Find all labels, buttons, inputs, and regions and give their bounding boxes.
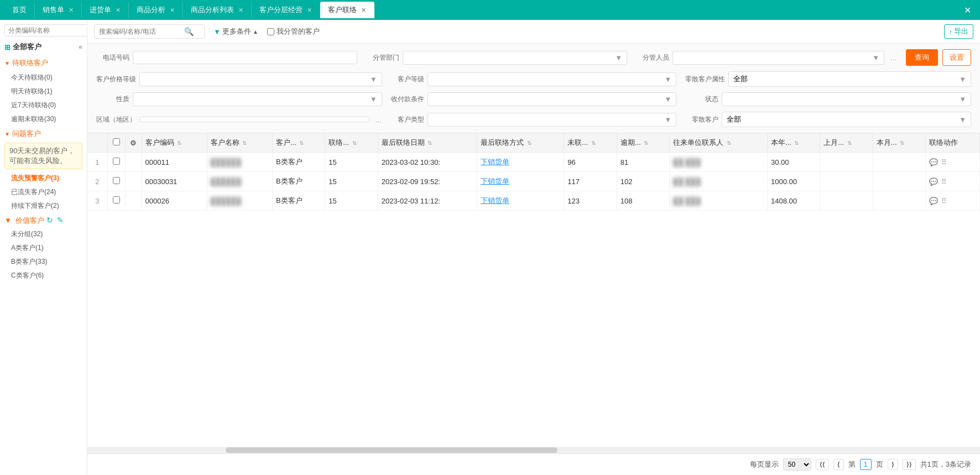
col-check[interactable] <box>107 133 125 153</box>
chat-icon[interactable]: 💬 <box>929 178 938 186</box>
tab-home[interactable]: 首页 <box>4 2 35 18</box>
sidebar-item-declining[interactable]: 持续下滑客户(2) <box>0 199 87 213</box>
zero-attr-arrow: ▼ <box>959 75 966 83</box>
price-tier-select[interactable]: ▼ <box>139 72 382 86</box>
export-btn[interactable]: ↑ 导出 <box>944 24 974 39</box>
tab-analysis-list-close[interactable]: ✕ <box>238 7 243 14</box>
filter-search-icon[interactable]: 🔍 <box>184 27 194 36</box>
col-unit-contact[interactable]: 往来单位联系人 ⇅ <box>670 133 768 153</box>
prev-page-btn[interactable]: ⟨ <box>833 459 844 470</box>
edit-icon[interactable]: ✎ <box>57 216 64 225</box>
dept-select[interactable]: ▼ <box>403 51 627 65</box>
last-page-btn[interactable]: ⟩⟩ <box>903 459 916 470</box>
col-contact[interactable]: 联络... ⇅ <box>325 133 378 153</box>
chat-icon[interactable]: 💬 <box>929 158 938 166</box>
sidebar-group-value-label: 价值客户 <box>15 216 44 225</box>
cell-last-method[interactable]: 下销货单 <box>477 191 564 211</box>
refresh-icon[interactable]: ↻ <box>46 216 53 225</box>
col-last-method[interactable]: 最后联络方式 ⇅ <box>477 133 564 153</box>
cell-last-method[interactable]: 下销货单 <box>477 153 564 172</box>
cell-empty <box>125 191 142 211</box>
tab-analysis[interactable]: 商品分析 ✕ <box>129 2 183 18</box>
arrow-down-icon3: ▼ <box>4 216 12 225</box>
cell-check[interactable] <box>107 172 125 191</box>
manager-select[interactable]: ▼ <box>673 51 884 65</box>
col-last-month[interactable]: 上月... ⇅ <box>820 133 873 153</box>
status-select[interactable]: ▼ <box>722 92 971 106</box>
setting-btn[interactable]: 设置 <box>942 49 971 66</box>
sidebar-item-churn-warning[interactable]: 流失预警客户(3) <box>0 171 87 185</box>
gender-select[interactable]: ▼ <box>133 92 382 106</box>
select-all-checkbox[interactable] <box>113 138 120 145</box>
region-more-icon[interactable]: … <box>375 116 382 124</box>
sidebar-item-churned[interactable]: 已流失客户(24) <box>0 185 87 199</box>
tab-sales-close[interactable]: ✕ <box>69 7 74 14</box>
sidebar-item-tomorrow[interactable]: 明天待联络(1) <box>0 85 87 98</box>
tab-customer-contact[interactable]: 客户联络 ✕ <box>320 2 374 18</box>
next-page-btn[interactable]: ⟩ <box>888 459 898 470</box>
tab-analysis-list[interactable]: 商品分析列表 ✕ <box>183 2 252 18</box>
more-conditions-btn[interactable]: ▼ 更多条件 ▲ <box>209 24 263 39</box>
sidebar-group-problem[interactable]: ▼ 问题客户 <box>0 126 87 142</box>
sidebar-group-pending[interactable]: ▼ 待联络客户 <box>0 55 87 71</box>
filter-search-input[interactable] <box>99 28 182 35</box>
more-icon[interactable]: ⠿ <box>941 158 947 166</box>
manager-more-icon[interactable]: … <box>890 54 897 62</box>
tab-bar-close-all[interactable]: ✕ <box>960 5 976 15</box>
tab-analysis-close[interactable]: ✕ <box>170 7 175 14</box>
col-name[interactable]: 客户名称 ⇅ <box>207 133 272 153</box>
tab-customer-tier[interactable]: 客户分层经营 ✕ <box>252 2 320 18</box>
scrollbar-thumb[interactable] <box>226 447 557 453</box>
col-this-month[interactable]: 本月... ⇅ <box>873 133 925 153</box>
col-type[interactable]: 客户... ⇅ <box>272 133 325 153</box>
cell-code: 000026 <box>142 191 207 211</box>
region-select[interactable] <box>139 117 369 122</box>
sidebar-item-class-b[interactable]: B类客户(33) <box>0 255 87 269</box>
cell-code: 000011 <box>142 153 207 172</box>
cell-check[interactable] <box>107 153 125 172</box>
more-icon[interactable]: ⠿ <box>941 178 947 186</box>
cell-last-date: 2023-02-03 11:12: <box>378 191 477 211</box>
tab-purchase[interactable]: 进货单 ✕ <box>82 2 129 18</box>
sidebar-collapse-btn[interactable]: « <box>79 43 82 51</box>
query-btn[interactable]: 查询 <box>906 49 938 66</box>
col-config[interactable]: ⚙ <box>125 133 142 153</box>
sidebar-item-class-a[interactable]: A类客户(1) <box>0 241 87 255</box>
sidebar-item-overdue[interactable]: 逾期未联络(30) <box>0 112 87 126</box>
sidebar-item-class-c[interactable]: C类客户(6) <box>0 269 87 283</box>
phone-input[interactable] <box>133 51 357 64</box>
col-uncontacted[interactable]: 未联... ⇅ <box>564 133 617 153</box>
tab-customer-contact-close[interactable]: ✕ <box>361 7 366 14</box>
sidebar-group-value[interactable]: ▼ 价值客户 ↻ ✎ <box>0 213 87 227</box>
payment-select[interactable]: ▼ <box>428 92 677 106</box>
sidebar-item-today[interactable]: 今天待联络(0) <box>0 71 87 85</box>
per-page-select[interactable]: 50 100 <box>783 458 811 471</box>
customer-level-select[interactable]: ▼ <box>428 72 677 86</box>
tab-customer-tier-close[interactable]: ✕ <box>307 7 312 14</box>
zero-attr-select[interactable]: 全部 ▼ <box>728 71 971 87</box>
page-number[interactable]: 1 <box>860 459 872 470</box>
sort-type-icon: ⇅ <box>299 140 304 146</box>
col-overdue[interactable]: 逾期... ⇅ <box>617 133 669 153</box>
all-customers-label[interactable]: 全部客户 <box>13 42 79 52</box>
col-code[interactable]: 客户编码 ⇅ <box>142 133 207 153</box>
tab-sales[interactable]: 销售单 ✕ <box>35 2 82 18</box>
sidebar-search-input[interactable] <box>4 24 87 36</box>
customer-type-select[interactable]: ▼ <box>428 113 677 127</box>
sidebar-item-ungrouped[interactable]: 未分组(32) <box>0 227 87 241</box>
first-page-btn[interactable]: ⟨⟨ <box>816 459 829 470</box>
col-last-date[interactable]: 最后联络日期 ⇅ <box>378 133 477 153</box>
tab-purchase-close[interactable]: ✕ <box>116 7 121 14</box>
cell-last-method[interactable]: 下销货单 <box>477 172 564 191</box>
horizontal-scrollbar[interactable] <box>87 447 980 453</box>
cell-check[interactable] <box>107 191 125 211</box>
col-this-year[interactable]: 本年... ⇅ <box>767 133 820 153</box>
cell-overdue: 108 <box>617 191 669 211</box>
chat-icon[interactable]: 💬 <box>929 197 938 205</box>
sidebar-item-7days[interactable]: 近7天待联络(0) <box>0 98 87 112</box>
more-icon[interactable]: ⠿ <box>941 197 947 205</box>
zero-customer-select[interactable]: 全部 ▼ <box>722 112 971 127</box>
cell-unit-contact: ██ ███ <box>670 153 768 172</box>
my-customers-checkbox[interactable] <box>267 28 274 35</box>
cell-overdue: 102 <box>617 172 669 191</box>
